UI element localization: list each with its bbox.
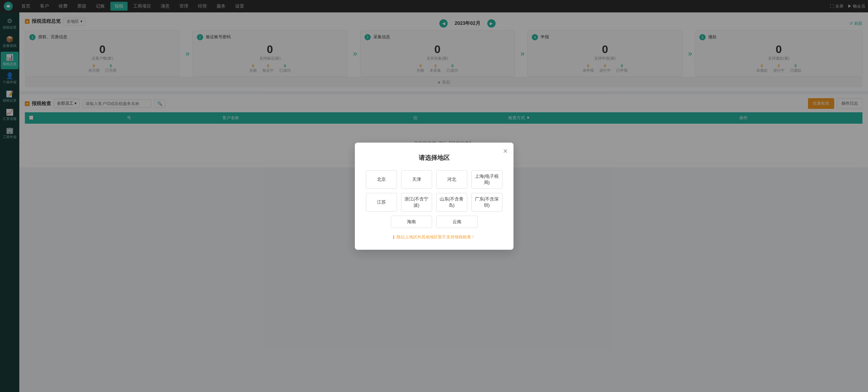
region-select-modal: ✕ 请选择地区 北京 天津 河北 上海(电子税局) 江苏 浙江(不含宁波) 山东… xyxy=(355,143,513,250)
region-row-3: 海南 云南 xyxy=(366,216,502,228)
region-hainan[interactable]: 海南 xyxy=(391,216,432,228)
modal-overlay[interactable]: ✕ 请选择地区 北京 天津 河北 上海(电子税局) 江苏 浙江(不含宁波) 山东… xyxy=(0,0,868,392)
region-guangdong[interactable]: 广东(不含深圳) xyxy=(471,193,502,212)
modal-title: 请选择地区 xyxy=(366,154,502,162)
modal-warning: ℹ 除以上地区外其他地区暂不支持报税检查！ xyxy=(366,234,502,240)
region-tianjin[interactable]: 天津 xyxy=(401,170,432,189)
region-shanghai[interactable]: 上海(电子税局) xyxy=(471,170,502,189)
region-zhejiang[interactable]: 浙江(不含宁波) xyxy=(401,193,432,212)
region-yunnan[interactable]: 云南 xyxy=(436,216,478,228)
region-shandong[interactable]: 山东(不含青岛) xyxy=(436,193,467,212)
region-beijing[interactable]: 北京 xyxy=(366,170,397,189)
region-row-1: 北京 天津 河北 上海(电子税局) xyxy=(366,170,502,189)
region-row-2: 江苏 浙江(不含宁波) 山东(不含青岛) 广东(不含深圳) xyxy=(366,193,502,212)
region-hebei[interactable]: 河北 xyxy=(436,170,467,189)
warning-icon: ℹ xyxy=(393,234,395,240)
region-jiangsu[interactable]: 江苏 xyxy=(366,193,397,212)
modal-close-button[interactable]: ✕ xyxy=(503,147,508,155)
warning-text: 除以上地区外其他地区暂不支持报税检查！ xyxy=(397,234,475,240)
